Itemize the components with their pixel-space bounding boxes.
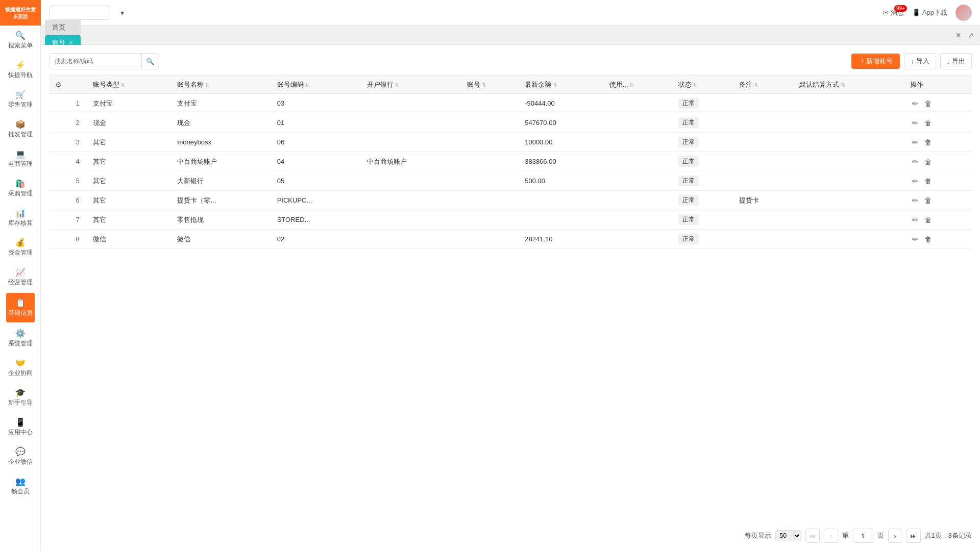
status-badge-3: 正常	[678, 156, 699, 167]
cell-settings-5	[49, 191, 67, 210]
cell-bank-4	[362, 171, 461, 191]
first-page-button[interactable]: ⏮	[805, 529, 820, 543]
notification-badge: 99+	[894, 5, 907, 12]
tab-close-accounts[interactable]: ✕	[68, 40, 74, 46]
sidebar-item-search-menu[interactable]: 🔍搜索菜单	[4, 26, 37, 55]
export-button[interactable]: ↓ 导出	[940, 53, 972, 69]
delete-button-2[interactable]: 🗑	[922, 137, 934, 147]
sidebar-item-member[interactable]: 👥畅会员	[4, 471, 37, 501]
notification-button[interactable]: ✉ 消息 99+	[883, 8, 904, 17]
sidebar-item-enterprise[interactable]: 🤝企业协同	[4, 353, 37, 383]
table-row: 6其它提货卡（零...PICKUPC...正常提货卡 ✏ 🗑	[49, 191, 972, 210]
prev-page-button[interactable]: ‹	[824, 529, 838, 543]
col-header-code[interactable]: 账号编码⇅	[272, 76, 362, 94]
top-search-input[interactable]	[49, 6, 110, 20]
col-header-balance[interactable]: 最新余额⇅	[520, 76, 604, 94]
sidebar-label-member: 畅会员	[11, 488, 30, 495]
delete-button-1[interactable]: 🗑	[922, 118, 934, 128]
delete-button-4[interactable]: 🗑	[922, 176, 934, 186]
sidebar-item-app-center[interactable]: 📱应用中心	[4, 412, 37, 442]
sidebar-label-purchase: 采购管理	[8, 190, 33, 197]
sidebar-item-quick-nav[interactable]: ⚡快捷导航	[4, 55, 37, 85]
sidebar-icon-enterprise: 🤝	[6, 358, 35, 368]
sidebar-icon-inventory: 📊	[6, 208, 35, 218]
cell-note-0	[734, 94, 794, 113]
edit-button-7[interactable]: ✏	[910, 234, 920, 244]
cell-action-2[interactable]: ✏ 🗑	[905, 133, 972, 152]
app-download-button[interactable]: 📱 App下载	[912, 8, 947, 17]
cell-status-2: 正常	[673, 133, 734, 152]
cell-usage-7	[604, 230, 673, 249]
search-button[interactable]: 🔍	[141, 54, 159, 69]
col-header-bank[interactable]: 开户银行⇅	[362, 76, 461, 94]
sidebar-item-finance[interactable]: 💰资金管理	[4, 233, 37, 262]
export-icon: ↓	[947, 58, 950, 65]
sidebar-icon-ecommerce: 💻	[6, 149, 35, 159]
tab-maximize-button[interactable]: ⤢	[966, 30, 976, 40]
sidebar-item-inventory[interactable]: 📊库存核算	[4, 203, 37, 233]
sidebar-item-guide[interactable]: 🎓新手引导	[4, 383, 37, 412]
cell-status-3: 正常	[673, 152, 734, 171]
user-avatar[interactable]	[955, 5, 972, 21]
edit-button-6[interactable]: ✏	[910, 215, 920, 225]
sidebar-label-quick-nav: 快捷导航	[8, 71, 33, 79]
cell-action-4[interactable]: ✏ 🗑	[905, 171, 972, 191]
edit-button-3[interactable]: ✏	[910, 157, 920, 167]
sidebar-label-basic-info: 基础信息	[8, 309, 33, 316]
page-input[interactable]	[853, 529, 873, 543]
cell-action-6[interactable]: ✏ 🗑	[905, 210, 972, 230]
sidebar-label-app-center: 应用中心	[8, 429, 33, 436]
edit-button-5[interactable]: ✏	[910, 195, 920, 206]
delete-button-6[interactable]: 🗑	[922, 215, 934, 225]
edit-button-0[interactable]: ✏	[910, 98, 920, 109]
import-button[interactable]: ↑ 导入	[904, 53, 936, 69]
settings-icon[interactable]: ⚙	[55, 81, 62, 89]
cell-action-1[interactable]: ✏ 🗑	[905, 113, 972, 133]
cell-note-3	[734, 152, 794, 171]
cell-no-3: 4	[67, 152, 88, 171]
cell-code-1: 01	[272, 113, 362, 133]
sidebar-item-purchase[interactable]: 🛍️采购管理	[4, 173, 37, 203]
next-page-button[interactable]: ›	[888, 529, 902, 543]
page-size-select[interactable]: 50 20 100	[775, 530, 801, 541]
sidebar-item-basic-info[interactable]: 📋基础信息	[6, 293, 35, 322]
sidebar-icon-purchase: 🛍️	[6, 179, 35, 188]
col-header-name[interactable]: 账号名称⇅	[172, 76, 272, 94]
cell-action-0[interactable]: ✏ 🗑	[905, 94, 972, 113]
edit-button-2[interactable]: ✏	[910, 137, 920, 147]
col-header-default_payment[interactable]: 默认结算方式⇅	[794, 76, 905, 94]
sidebar-item-system[interactable]: ⚙️系统管理	[4, 323, 37, 353]
search-input[interactable]	[50, 54, 141, 69]
cell-type-1: 现金	[88, 113, 172, 133]
col-header-account[interactable]: 账号⇅	[462, 76, 520, 94]
last-page-button[interactable]: ⏭	[906, 529, 921, 543]
notification-icon: ✉	[883, 9, 889, 16]
delete-button-7[interactable]: 🗑	[922, 234, 934, 244]
add-account-button[interactable]: + 新增账号	[851, 54, 900, 69]
cell-settings-0	[49, 94, 67, 113]
cell-action-3[interactable]: ✏ 🗑	[905, 152, 972, 171]
edit-button-1[interactable]: ✏	[910, 118, 920, 128]
sidebar-item-ecommerce[interactable]: 💻电商管理	[4, 144, 37, 173]
col-header-type[interactable]: 账号类型⇅	[88, 76, 172, 94]
tab-close-all-button[interactable]: ✕	[953, 30, 964, 40]
sidebar-item-operations[interactable]: 📈经营管理	[4, 262, 37, 292]
dropdown-button[interactable]: ▾	[116, 7, 128, 19]
sidebar-item-retail[interactable]: 🛒零售管理	[4, 85, 37, 114]
cell-action-5[interactable]: ✏ 🗑	[905, 191, 972, 210]
col-header-status[interactable]: 状态⇅	[673, 76, 734, 94]
app-download-label: App下载	[922, 8, 947, 17]
cell-status-0: 正常	[673, 94, 734, 113]
cell-action-7[interactable]: ✏ 🗑	[905, 230, 972, 249]
delete-button-5[interactable]: 🗑	[922, 195, 934, 206]
col-header-usage[interactable]: 使用...⇅	[604, 76, 673, 94]
sidebar-item-wholesale[interactable]: 📦批发管理	[4, 114, 37, 144]
cell-usage-4	[604, 171, 673, 191]
tab-home[interactable]: 首页	[45, 20, 81, 35]
edit-button-4[interactable]: ✏	[910, 176, 920, 186]
cell-status-4: 正常	[673, 171, 734, 191]
delete-button-3[interactable]: 🗑	[922, 157, 934, 167]
col-header-note[interactable]: 备注⇅	[734, 76, 794, 94]
sidebar-item-wechat[interactable]: 💬企业微信	[4, 442, 37, 471]
delete-button-0[interactable]: 🗑	[922, 98, 934, 109]
